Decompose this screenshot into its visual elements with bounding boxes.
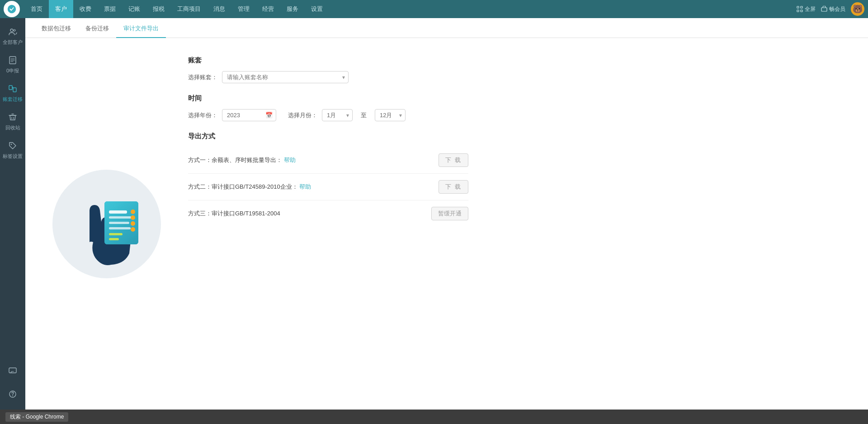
sidebar-label-tag: 标签设置	[3, 153, 23, 160]
method-3-open-button[interactable]: 暂缓开通	[431, 207, 468, 220]
time-form-row: 选择年份： 📅 选择月份： 1月2月3月4月 5月6月7月8月 9月10月11月…	[188, 109, 468, 121]
sidebar-message-button[interactable]	[5, 361, 20, 381]
account-select-input[interactable]	[222, 71, 349, 83]
taskbar: 线索 - Google Chrome	[0, 410, 868, 424]
export-section: 导出方式 方式一：余额表、序时账批量导出： 帮助 下 载 方式二：审计接口GB/…	[188, 132, 468, 227]
layout: 全部客户 0申报 账套迁移	[0, 18, 868, 410]
svg-rect-25	[109, 238, 119, 240]
nav-message[interactable]: 消息	[207, 0, 231, 18]
method-1-download-button[interactable]: 下 载	[439, 153, 468, 167]
account-select-label: 选择账套：	[188, 73, 217, 81]
time-section: 时间 选择年份： 📅 选择月份： 1月2月3月4月 5月6月7月8月	[188, 94, 468, 121]
illustration-area	[43, 52, 170, 396]
time-section-title: 时间	[188, 94, 468, 103]
sidebar-label-trash: 回收站	[5, 124, 20, 131]
svg-point-0	[8, 5, 16, 13]
svg-rect-16	[109, 210, 127, 214]
logo[interactable]	[4, 1, 20, 17]
method-2-help-link[interactable]: 帮助	[299, 183, 311, 190]
trash-icon	[7, 112, 18, 123]
year-input-wrapper: 📅	[222, 109, 276, 121]
nav-industry[interactable]: 工商项目	[171, 0, 207, 18]
svg-rect-10	[13, 88, 16, 92]
message-icon	[7, 365, 18, 376]
svg-rect-2	[801, 6, 802, 8]
svg-point-23	[131, 227, 135, 232]
sidebar-item-zero-report[interactable]: 0申报	[0, 50, 25, 79]
calendar-icon: 📅	[265, 112, 273, 119]
svg-rect-3	[797, 10, 799, 12]
svg-rect-19	[109, 227, 131, 229]
account-form-row: 选择账套：	[188, 71, 468, 83]
export-method-2: 方式二：审计接口GB/T24589-2010企业： 帮助 下 载	[188, 174, 468, 200]
nav-client[interactable]: 客户	[49, 0, 73, 18]
svg-point-7	[14, 29, 15, 31]
svg-rect-5	[821, 8, 827, 11]
nav-settings[interactable]: 设置	[305, 0, 329, 18]
member-button[interactable]: 畅会员	[821, 5, 845, 13]
method-1-help-link[interactable]: 帮助	[284, 157, 296, 163]
tab-backup-migrate[interactable]: 备份迁移	[78, 20, 116, 38]
nav-invoice[interactable]: 票据	[98, 0, 122, 18]
nav-business[interactable]: 经营	[256, 0, 280, 18]
sidebar-item-migrate[interactable]: 账套迁移	[0, 79, 25, 107]
month-to-select[interactable]: 1月2月3月4月 5月6月7月8月 9月10月11月 12月	[375, 109, 406, 121]
report-icon	[7, 55, 18, 66]
svg-point-20	[131, 210, 135, 214]
export-section-title: 导出方式	[188, 132, 468, 141]
nav-account[interactable]: 记账	[122, 0, 146, 18]
svg-point-22	[131, 221, 135, 226]
top-nav: 首页 客户 收费 票据 记账 报税 工商项目 消息 管理 经营 服务 设置 全屏…	[0, 0, 868, 18]
nav-fee[interactable]: 收费	[73, 0, 98, 18]
account-select-wrapper	[222, 71, 349, 83]
method-3-label: 方式三：审计接口GB/T19581-2004	[188, 210, 280, 218]
svg-point-11	[11, 144, 12, 145]
to-label: 至	[361, 111, 367, 119]
account-section-title: 账套	[188, 56, 468, 65]
svg-point-6	[10, 29, 13, 32]
month-from-select[interactable]: 1月2月3月4月 5月6月7月8月 9月10月11月12月	[322, 109, 353, 121]
sidebar-label-all-clients: 全部客户	[3, 39, 23, 46]
member-label: 畅会员	[829, 5, 845, 13]
tabs-bar: 数据包迁移 备份迁移 审计文件导出	[25, 18, 868, 38]
fullscreen-button[interactable]: 全屏	[797, 5, 816, 13]
users-icon	[7, 26, 18, 37]
svg-rect-1	[797, 6, 799, 8]
sidebar-item-all-clients[interactable]: 全部客户	[0, 22, 25, 50]
sidebar-help-button[interactable]	[5, 384, 20, 404]
svg-point-21	[131, 215, 135, 220]
month-label: 选择月份：	[288, 111, 317, 119]
tag-icon	[7, 140, 18, 151]
taskbar-chrome-item[interactable]: 线索 - Google Chrome	[5, 412, 68, 422]
main-content: 数据包迁移 备份迁移 审计文件导出	[25, 18, 868, 410]
svg-rect-4	[801, 10, 802, 12]
month-from-wrapper: 1月2月3月4月 5月6月7月8月 9月10月11月12月	[322, 109, 353, 121]
illustration-circle	[52, 170, 161, 278]
method-2-download-button[interactable]: 下 载	[439, 180, 468, 194]
sidebar-item-tag[interactable]: 标签设置	[0, 136, 25, 164]
sidebar-bottom	[5, 361, 20, 410]
export-method-1: 方式一：余额表、序时账批量导出： 帮助 下 载	[188, 147, 468, 174]
sidebar-item-trash[interactable]: 回收站	[0, 107, 25, 136]
sidebar-label-zero-report: 0申报	[6, 67, 19, 74]
export-method-3: 方式三：审计接口GB/T19581-2004 暂缓开通	[188, 200, 468, 227]
method-2-label: 方式二：审计接口GB/T24589-2010企业： 帮助	[188, 183, 311, 191]
tab-audit-export[interactable]: 审计文件导出	[116, 20, 166, 38]
form-area: 账套 选择账套： 时间 选择年份： 📅	[188, 52, 468, 396]
fullscreen-label: 全屏	[805, 5, 816, 13]
top-nav-right: 全屏 畅会员 🐻	[797, 2, 864, 16]
help-icon	[7, 389, 18, 400]
year-label: 选择年份：	[188, 111, 217, 119]
avatar[interactable]: 🐻	[851, 2, 864, 16]
tab-data-migrate[interactable]: 数据包迁移	[34, 20, 78, 38]
sidebar-label-migrate: 账套迁移	[3, 96, 23, 103]
svg-rect-17	[109, 216, 132, 219]
nav-tax[interactable]: 报税	[146, 0, 171, 18]
nav-home[interactable]: 首页	[24, 0, 49, 18]
svg-rect-12	[9, 368, 16, 373]
method-1-label: 方式一：余额表、序时账批量导出： 帮助	[188, 156, 296, 164]
nav-manage[interactable]: 管理	[231, 0, 256, 18]
svg-rect-24	[109, 233, 123, 235]
nav-service[interactable]: 服务	[280, 0, 305, 18]
sidebar: 全部客户 0申报 账套迁移	[0, 18, 25, 410]
